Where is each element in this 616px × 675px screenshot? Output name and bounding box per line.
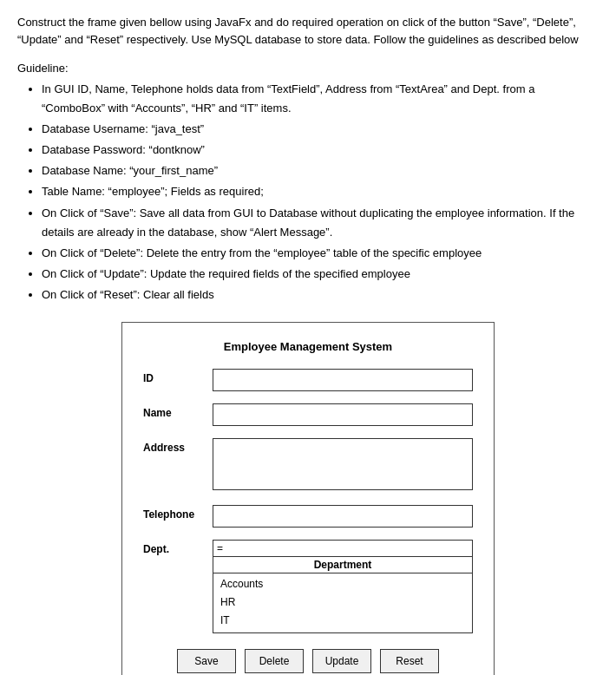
name-input[interactable] (213, 403, 473, 426)
address-field (213, 438, 473, 493)
guidelines-list: In GUI ID, Name, Telephone holds data fr… (17, 80, 599, 305)
list-item: Database Name: “your_first_name” (42, 161, 599, 180)
dept-field: = Department Accounts HR IT (213, 540, 473, 633)
guideline-section: Guideline: In GUI ID, Name, Telephone ho… (17, 62, 599, 305)
intro-text: Construct the frame given bellow using J… (17, 14, 599, 48)
list-item: Table Name: “employee”; Fields as requir… (42, 182, 599, 201)
dept-option-hr[interactable]: HR (213, 593, 472, 612)
list-item: On Click of “Update”: Update the require… (42, 265, 599, 284)
telephone-field (213, 505, 473, 528)
name-field (213, 403, 473, 426)
dept-department-header: Department (213, 557, 472, 573)
save-button[interactable]: Save (177, 649, 236, 673)
id-input[interactable] (213, 369, 473, 391)
address-row: Address (143, 438, 473, 493)
update-button[interactable]: Update (312, 649, 371, 673)
name-label: Name (143, 403, 213, 419)
dept-combobox[interactable]: = Department Accounts HR IT (213, 540, 473, 633)
dept-row: Dept. = Department Accounts HR IT (143, 540, 473, 633)
dept-selected-value[interactable]: = (213, 541, 472, 557)
delete-button[interactable]: Delete (245, 649, 304, 673)
guideline-title: Guideline: (17, 62, 599, 75)
form-container: Employee Management System ID Name Addre… (121, 322, 495, 675)
name-row: Name (143, 403, 473, 426)
address-textarea[interactable] (213, 438, 473, 490)
list-item: Database Password: “dontknow” (42, 141, 599, 160)
list-item: On Click of “Delete”: Delete the entry f… (42, 244, 599, 263)
id-row: ID (143, 369, 473, 391)
address-label: Address (143, 438, 213, 454)
dept-option-it[interactable]: IT (213, 612, 472, 630)
id-field (213, 369, 473, 391)
dept-dropdown: Accounts HR IT (213, 573, 472, 632)
list-item: On Click of “Save”: Save all data from G… (42, 204, 599, 242)
id-label: ID (143, 369, 213, 384)
dept-label: Dept. (143, 540, 213, 555)
telephone-label: Telephone (143, 505, 213, 521)
equals-icon: = (217, 542, 223, 554)
reset-button[interactable]: Reset (380, 649, 439, 673)
list-item: On Click of “Reset”: Clear all fields (42, 285, 599, 305)
form-title: Employee Management System (143, 340, 473, 353)
list-item: Database Username: “java_test” (42, 120, 599, 139)
list-item: In GUI ID, Name, Telephone holds data fr… (42, 80, 599, 118)
dept-option-accounts[interactable]: Accounts (213, 575, 472, 593)
telephone-row: Telephone (143, 505, 473, 528)
button-row: Save Delete Update Reset (143, 649, 473, 673)
telephone-input[interactable] (213, 505, 473, 528)
